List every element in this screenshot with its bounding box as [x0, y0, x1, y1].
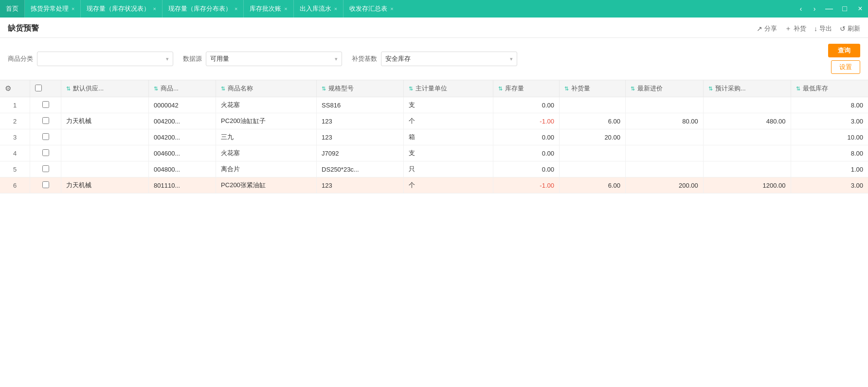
row-checkbox-cell-2[interactable] [30, 129, 61, 145]
row-min-stock-4: 1.00 [791, 161, 868, 177]
tab-close-batch[interactable]: × [284, 6, 287, 12]
row-replenish-5: 6.00 [559, 177, 625, 194]
row-supplier-3 [61, 145, 149, 161]
row-checkbox-5[interactable] [42, 181, 49, 188]
col-header-spec[interactable]: ⇅ 规格型号 [317, 80, 404, 97]
sort-icon-latest_price: ⇅ [631, 86, 636, 91]
datasource-select[interactable]: 可用量 ▾ [206, 52, 342, 66]
category-dropdown-icon: ▾ [166, 56, 169, 62]
tab-abnormal[interactable]: 拣货异常处理× [25, 0, 81, 18]
row-checkbox-4[interactable] [42, 165, 49, 172]
row-num-4: 5 [0, 161, 30, 177]
tab-close-abnormal[interactable]: × [72, 6, 74, 12]
row-code-3: 004600... [149, 145, 216, 161]
row-replenish-3 [559, 145, 625, 161]
col-header-forecast_purchase[interactable]: ⇅ 预计采购... [703, 80, 791, 97]
tab-prev-btn[interactable]: ‹ [794, 0, 808, 18]
row-checkbox-cell-5[interactable] [30, 177, 61, 194]
row-stock-4: 0.00 [493, 161, 560, 177]
tab-close-inventory-dist[interactable]: × [235, 6, 237, 12]
select-all-checkbox[interactable] [35, 85, 42, 91]
tab-home[interactable]: 首页 [0, 0, 25, 18]
table-container: ⚙⇅ 默认供应...⇅ 商品...⇅ 商品名称⇅ 规格型号⇅ 主计量单位⇅ 库存… [0, 80, 868, 194]
row-supplier-2 [61, 129, 149, 145]
query-button[interactable]: 查询 [828, 44, 860, 57]
export-button[interactable]: ↓ 导出 [814, 24, 832, 33]
settings-button[interactable]: 设置 [831, 60, 860, 74]
row-unit-0: 支 [404, 97, 493, 113]
row-spec-5: 123 [317, 177, 404, 194]
col-header-code[interactable]: ⇅ 商品... [149, 80, 216, 97]
row-latest-price-5: 200.00 [625, 177, 703, 194]
sort-icon-code: ⇅ [154, 86, 160, 91]
table-row: 10000042火花塞SS816支0.008.00 [0, 97, 868, 113]
col-header-min_stock[interactable]: ⇅ 最低库存 [791, 80, 868, 97]
row-checkbox-3[interactable] [42, 149, 49, 156]
row-checkbox-cell-3[interactable] [30, 145, 61, 161]
row-num-0: 1 [0, 97, 30, 113]
share-button[interactable]: ↗ 分享 [757, 24, 777, 33]
sort-icon-name: ⇅ [221, 86, 227, 91]
replenish-basis-select[interactable]: 安全库存 ▾ [381, 52, 517, 66]
refresh-icon: ↺ [840, 25, 846, 33]
refresh-button[interactable]: ↺ 刷新 [840, 24, 860, 33]
tab-batch[interactable]: 库存批次账× [244, 0, 293, 18]
row-checkbox-0[interactable] [42, 101, 49, 108]
row-code-0: 0000042 [149, 97, 216, 113]
col-header-check[interactable] [30, 80, 61, 97]
row-num-5: 6 [0, 177, 30, 194]
row-checkbox-2[interactable] [42, 133, 49, 140]
col-label-unit: 主计量单位 [416, 85, 447, 92]
window-close-btn[interactable]: × [852, 0, 868, 18]
col-header-stock[interactable]: ⇅ 库存量 [493, 80, 560, 97]
window-minimize-btn[interactable]: — [821, 0, 837, 18]
col-header-latest_price[interactable]: ⇅ 最新进价 [625, 80, 703, 97]
row-replenish-4 [559, 161, 625, 177]
row-spec-2: 123 [317, 129, 404, 145]
tab-label-receipt-summary: 收发存汇总表 [349, 4, 387, 13]
row-spec-3: J7092 [317, 145, 404, 161]
tab-label-inventory-dist: 现存量（库存分布表） [168, 4, 232, 13]
row-checkbox-1[interactable] [42, 117, 49, 124]
replenish-icon: ＋ [785, 24, 792, 33]
category-label: 商品分类 [8, 54, 33, 63]
col-label-min_stock: 最低库存 [803, 85, 828, 92]
col-header-unit[interactable]: ⇅ 主计量单位 [404, 80, 493, 97]
table-row: 6力天机械801110...PC200张紧油缸123个-1.006.00200.… [0, 177, 868, 194]
replenish-button[interactable]: ＋ 补货 [785, 24, 806, 33]
window-maximize-btn[interactable]: □ [837, 0, 852, 18]
row-checkbox-cell-4[interactable] [30, 161, 61, 177]
row-spec-0: SS816 [317, 97, 404, 113]
share-icon: ↗ [757, 25, 762, 33]
row-supplier-4 [61, 161, 149, 177]
tab-inout-flow[interactable]: 出入库流水× [294, 0, 344, 18]
row-checkbox-cell-1[interactable] [30, 113, 61, 129]
replenish-label: 补货 [794, 24, 806, 33]
tab-inventory-status[interactable]: 现存量（库存状况表）× [81, 0, 162, 18]
tab-inventory-dist[interactable]: 现存量（库存分布表）× [163, 0, 244, 18]
category-select[interactable]: ▾ [37, 52, 173, 66]
row-supplier-0 [61, 97, 149, 113]
row-latest-price-4 [625, 161, 703, 177]
gear-icon[interactable]: ⚙ [5, 84, 11, 92]
row-code-2: 004200... [149, 129, 216, 145]
row-spec-1: 123 [317, 113, 404, 129]
row-code-4: 004800... [149, 161, 216, 177]
tab-close-inventory-status[interactable]: × [153, 6, 156, 12]
row-code-5: 801110... [149, 177, 216, 194]
row-min-stock-2: 10.00 [791, 129, 868, 145]
col-header-name[interactable]: ⇅ 商品名称 [216, 80, 317, 97]
filter-category: 商品分类 ▾ [8, 52, 173, 66]
tab-next-btn[interactable]: › [808, 0, 821, 18]
filter-datasource: 数据源 可用量 ▾ [183, 52, 342, 66]
row-checkbox-cell-0[interactable] [30, 97, 61, 113]
col-label-name: 商品名称 [228, 85, 253, 92]
col-header-supplier[interactable]: ⇅ 默认供应... [61, 80, 149, 97]
row-num-1: 2 [0, 113, 30, 129]
tab-close-receipt-summary[interactable]: × [390, 6, 393, 12]
row-name-1: PC200油缸缸子 [216, 113, 317, 129]
col-header-replenish[interactable]: ⇅ 补货量 [559, 80, 625, 97]
row-unit-2: 箱 [404, 129, 493, 145]
tab-receipt-summary[interactable]: 收发存汇总表× [344, 0, 397, 18]
tab-close-inout-flow[interactable]: × [334, 6, 337, 12]
